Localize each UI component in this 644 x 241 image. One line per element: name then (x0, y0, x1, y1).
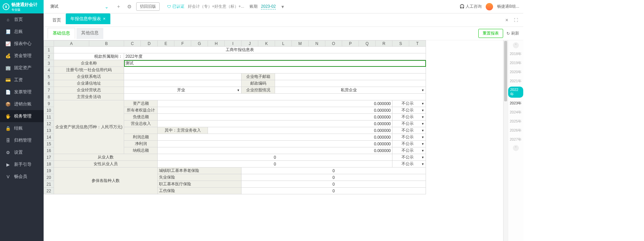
row-header[interactable]: 5 (44, 74, 54, 80)
cell[interactable] (124, 74, 241, 80)
row-header[interactable]: 18 (44, 161, 54, 167)
cell[interactable] (275, 74, 426, 80)
cell[interactable] (124, 80, 241, 87)
period-dropdown-icon[interactable]: ▾ (279, 3, 286, 10)
year-2018年[interactable]: 2018年 (510, 50, 522, 57)
add-icon[interactable]: ＋ (115, 3, 122, 10)
dropdown-cell[interactable]: 不公示▼ (392, 127, 426, 134)
tab-首页[interactable]: 首页 (48, 13, 66, 27)
switch-old-button[interactable]: 切回旧版 (136, 2, 160, 11)
dropdown-cell[interactable]: 不公示▼ (392, 114, 426, 120)
dropdown-cell[interactable]: 不公示▼ (392, 147, 426, 154)
sidebar-item-固定资产[interactable]: 🏢固定资产 (0, 62, 44, 74)
refresh-button[interactable]: ↻ 刷新 (506, 31, 519, 36)
row-header[interactable]: 6 (44, 80, 54, 87)
spreadsheet[interactable]: ABCDEFGHIJKLMNOPQRST1工商年报信息表2税款所属期间：2022… (44, 40, 503, 241)
row-header[interactable]: 7 (44, 87, 54, 94)
sidebar-item-设置[interactable]: ⚙设置 (0, 146, 44, 158)
dropdown-cell[interactable]: 不公示▼ (392, 100, 426, 107)
tab-close-icon[interactable]: × (103, 16, 106, 21)
col-header[interactable]: D (141, 41, 158, 47)
user-name[interactable]: 畅捷通B组... (497, 4, 519, 9)
sidebar-item-畅会员[interactable]: V畅会员 (0, 171, 44, 183)
sidebar-item-工资[interactable]: 💳工资 (0, 74, 44, 86)
col-header[interactable]: I (225, 41, 241, 47)
support-link[interactable]: 🎧 人工咨询 (460, 4, 482, 9)
cell[interactable]: 0 (241, 181, 426, 188)
cell[interactable]: 0.000000 (158, 107, 392, 114)
dropdown-cell[interactable]: 不公示▼ (392, 154, 426, 161)
col-header[interactable]: O (325, 41, 342, 47)
row-header[interactable]: 21 (44, 181, 54, 188)
sidebar-item-新手引导[interactable]: ▶新手引导 (0, 158, 44, 171)
cell[interactable]: 0.000000 (158, 147, 392, 154)
dropdown-cell[interactable]: 不公示▼ (392, 161, 426, 167)
tab-年报信息申报表[interactable]: 年报信息申报表× (66, 13, 110, 24)
col-header[interactable]: E (158, 41, 174, 47)
col-header[interactable]: N (309, 41, 325, 47)
cell[interactable]: 0 (241, 167, 426, 174)
col-header[interactable]: S (392, 41, 409, 47)
col-header[interactable]: F (174, 41, 191, 47)
col-header[interactable]: A (54, 41, 89, 47)
row-header[interactable]: 19 (44, 167, 54, 174)
year-down-icon[interactable]: ˅ (513, 145, 519, 151)
dropdown-cell[interactable]: 不公示▼ (392, 120, 426, 127)
dropdown-cell[interactable]: 不公示▼ (392, 141, 426, 147)
avatar[interactable] (486, 3, 493, 10)
year-2026年[interactable]: 2026年 (510, 127, 522, 134)
row-header[interactable]: 20 (44, 174, 54, 181)
year-2022年[interactable]: 2022年 (508, 87, 523, 98)
cell[interactable]: 0.000000 (158, 100, 392, 107)
year-2027年[interactable]: 2027年 (510, 136, 522, 143)
close-icon[interactable]: ✕ (504, 16, 510, 24)
col-header[interactable]: P (342, 41, 359, 47)
period-value[interactable]: 2023-02 (261, 4, 276, 9)
input-reg-no[interactable] (124, 67, 426, 74)
year-2023年[interactable]: 2023年 (510, 100, 522, 107)
cell[interactable]: 0 (241, 174, 426, 181)
row-header[interactable]: 22 (44, 188, 54, 194)
row-header[interactable]: 15 (44, 141, 54, 147)
year-up-icon[interactable]: ˄ (513, 42, 519, 48)
cell[interactable]: 0.000000 (208, 127, 392, 134)
row-header[interactable]: 8 (44, 94, 54, 100)
dropdown-cell[interactable]: 不公示▼ (392, 107, 426, 114)
fullscreen-icon[interactable]: ⛶ (513, 16, 519, 24)
col-header[interactable]: Q (359, 41, 376, 47)
col-header[interactable]: H (208, 41, 225, 47)
row-header[interactable]: 16 (44, 147, 54, 154)
dropdown-cell[interactable]: 不公示▼ (392, 134, 426, 141)
sidebar-item-首页[interactable]: ⌂首页 (0, 13, 44, 26)
cell[interactable] (124, 94, 426, 100)
year-2020年[interactable]: 2020年 (510, 68, 522, 76)
row-header[interactable]: 11 (44, 114, 54, 120)
year-2024年[interactable]: 2024年 (510, 109, 522, 116)
sidebar-item-结账[interactable]: 🔒结账 (0, 122, 44, 134)
col-header[interactable]: B (89, 41, 124, 47)
col-header[interactable]: C (124, 41, 141, 47)
cell[interactable]: 0 (241, 188, 426, 194)
row-header[interactable]: 3 (44, 60, 54, 67)
sidebar-item-资金管理[interactable]: 💰资金管理 (0, 50, 44, 62)
gear-icon[interactable]: ⚙ (125, 3, 133, 10)
sidebar-item-报表中心[interactable]: 📈报表中心 (0, 38, 44, 50)
row-header[interactable]: 10 (44, 107, 54, 114)
col-header[interactable]: J (241, 41, 258, 47)
sidebar-item-进销台账[interactable]: 📦进销台账 (0, 98, 44, 110)
subtab-其他信息[interactable]: 其他信息 (76, 28, 103, 39)
row-header[interactable]: 13 (44, 127, 54, 134)
sidebar-item-归档管理[interactable]: 🗄归档管理 (0, 134, 44, 146)
cell[interactable]: 0.000000 (158, 120, 392, 127)
sidebar-item-发票管理[interactable]: 📄发票管理 (0, 86, 44, 98)
reset-report-button[interactable]: 重置报表 (478, 29, 503, 38)
col-header[interactable]: G (191, 41, 208, 47)
col-header[interactable]: T (409, 41, 426, 47)
cell[interactable]: 0.000000 (158, 134, 392, 141)
sidebar-item-总账[interactable]: 🧾总账 (0, 26, 44, 38)
row-header[interactable]: 4 (44, 67, 54, 74)
row-header[interactable]: 9 (44, 100, 54, 107)
company-select[interactable]: 测试 ⌄ (48, 3, 111, 11)
year-2025年[interactable]: 2025年 (510, 118, 522, 125)
cell[interactable]: 0.000000 (158, 141, 392, 147)
